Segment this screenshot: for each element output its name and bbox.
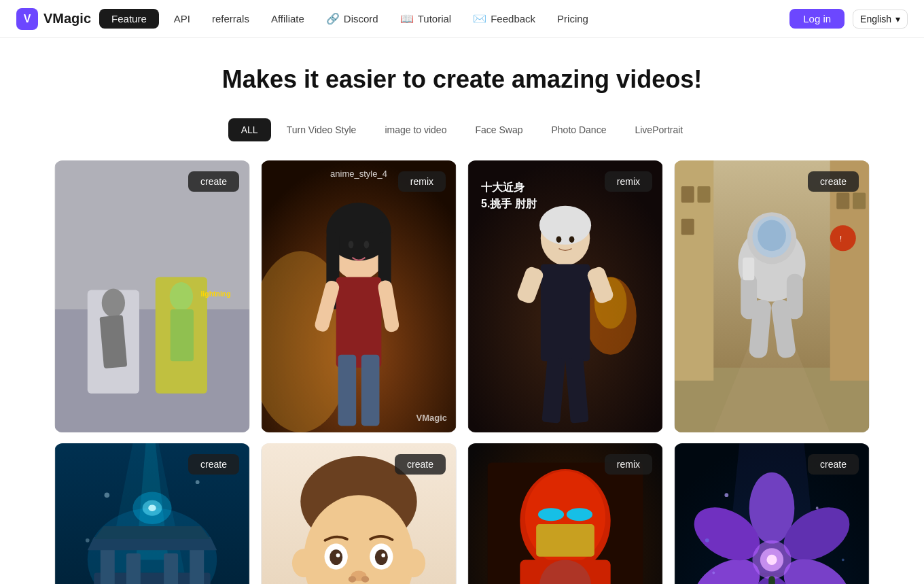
language-label: English (860, 14, 891, 24)
svg-point-20 (349, 241, 354, 248)
main-content: Makes it easier to create amazing videos… (0, 38, 924, 584)
svg-point-33 (569, 236, 575, 243)
svg-point-80 (375, 549, 388, 565)
affiliate-link[interactable]: Affiliate (262, 9, 314, 29)
svg-rect-17 (361, 355, 380, 426)
card-5-create-button[interactable]: create (188, 454, 239, 475)
svg-rect-6 (99, 315, 127, 368)
card-2[interactable]: anime_style_4remixVMagic (261, 160, 457, 432)
referrals-link[interactable]: referrals (202, 9, 259, 29)
svg-rect-96 (536, 524, 594, 557)
card-watermark-2: VMagic (416, 413, 447, 423)
tab-liveportrait[interactable]: LivePortrait (622, 118, 696, 141)
svg-point-26 (539, 206, 591, 245)
svg-rect-38 (681, 186, 694, 203)
svg-point-49 (758, 220, 786, 252)
svg-rect-125 (768, 576, 775, 584)
svg-point-75 (292, 549, 315, 577)
tab-turn-video-style[interactable]: Turn Video Style (274, 118, 370, 141)
tab-all[interactable]: ALL (228, 118, 271, 141)
tab-face-swap[interactable]: Face Swap (462, 118, 535, 141)
svg-point-69 (105, 492, 110, 498)
hero-title: Makes it easier to create amazing videos… (14, 65, 910, 94)
svg-rect-39 (697, 186, 710, 203)
chevron-down-icon: ▾ (895, 14, 900, 24)
svg-rect-60 (101, 547, 115, 584)
tutorial-icon: 📖 (400, 12, 414, 25)
card-1[interactable]: lightning create (54, 160, 250, 432)
svg-point-70 (196, 480, 200, 484)
card-image-2 (261, 160, 457, 432)
api-link[interactable]: API (164, 9, 200, 29)
category-tabs: ALLTurn Video Styleimage to videoFace Sw… (14, 118, 910, 141)
svg-rect-15 (336, 277, 382, 367)
navbar: V VMagic Feature API referrals Affiliate… (0, 0, 924, 38)
svg-rect-62 (164, 553, 178, 584)
card-image-1: lightning (54, 160, 250, 432)
svg-point-5 (102, 289, 125, 317)
svg-point-68 (148, 504, 156, 511)
tutorial-link[interactable]: 📖 Tutorial (391, 8, 461, 29)
svg-point-44 (830, 225, 856, 251)
tab-photo-dance[interactable]: Photo Dance (539, 118, 620, 141)
card-3[interactable]: 十大近身5.挑手 肘肘remix (467, 160, 663, 432)
logo-text: VMagic (43, 11, 91, 27)
card-3-remix-button[interactable]: remix (605, 171, 652, 192)
svg-point-118 (766, 555, 777, 565)
svg-rect-63 (190, 547, 204, 584)
svg-rect-40 (681, 219, 694, 235)
feedback-icon: ✉️ (473, 12, 486, 25)
card-8-create-button[interactable]: create (808, 454, 859, 475)
logo[interactable]: V VMagic (16, 8, 91, 30)
svg-point-85 (361, 576, 369, 583)
card-7[interactable]: remix (467, 443, 663, 584)
svg-point-71 (86, 538, 90, 543)
tab-image-to-video[interactable]: image to video (372, 118, 459, 141)
svg-point-32 (556, 236, 562, 243)
svg-point-120 (816, 506, 819, 509)
feature-button[interactable]: Feature (99, 9, 159, 29)
card-overlay-3: 十大近身5.挑手 肘肘 (481, 179, 537, 212)
logo-icon: V (16, 8, 38, 30)
card-image-4: ! (674, 160, 870, 432)
svg-rect-41 (836, 193, 849, 209)
svg-rect-27 (541, 264, 590, 361)
card-8[interactable]: create (674, 443, 870, 584)
svg-point-97 (538, 508, 564, 521)
svg-point-119 (724, 493, 728, 497)
svg-marker-65 (94, 526, 210, 539)
login-button[interactable]: Log in (789, 9, 845, 29)
svg-text:!: ! (840, 235, 842, 243)
card-7-remix-button[interactable]: remix (605, 454, 652, 475)
card-2-remix-button[interactable]: remix (398, 171, 446, 192)
card-6[interactable]: create (261, 443, 457, 584)
card-label-2: anime_style_4 (330, 169, 387, 179)
pricing-link[interactable]: Pricing (548, 9, 598, 29)
svg-point-81 (336, 553, 340, 557)
discord-link[interactable]: 🔗 Discord (317, 8, 388, 29)
discord-icon: 🔗 (326, 12, 340, 25)
svg-point-98 (567, 508, 592, 521)
card-1-create-button[interactable]: create (188, 171, 239, 192)
svg-point-7 (170, 282, 193, 311)
svg-point-82 (381, 553, 385, 557)
svg-point-129 (842, 559, 845, 562)
language-selector[interactable]: English ▾ (853, 10, 908, 29)
svg-point-84 (349, 576, 356, 583)
card-5[interactable]: create (54, 443, 250, 584)
feedback-link[interactable]: ✉️ Feedback (463, 8, 545, 29)
svg-point-79 (330, 549, 342, 565)
svg-point-121 (712, 572, 715, 574)
card-4[interactable]: ! create (674, 160, 870, 432)
svg-rect-1 (55, 309, 249, 432)
card-6-create-button[interactable]: create (395, 454, 446, 475)
svg-point-128 (705, 538, 709, 543)
svg-rect-16 (338, 355, 357, 426)
svg-point-76 (402, 549, 425, 577)
cards-grid: lightning create (54, 160, 870, 584)
svg-rect-54 (743, 258, 754, 280)
card-4-create-button[interactable]: create (808, 171, 859, 192)
svg-text:lightning: lightning (200, 290, 230, 298)
svg-rect-61 (126, 553, 141, 584)
svg-point-21 (364, 241, 370, 248)
